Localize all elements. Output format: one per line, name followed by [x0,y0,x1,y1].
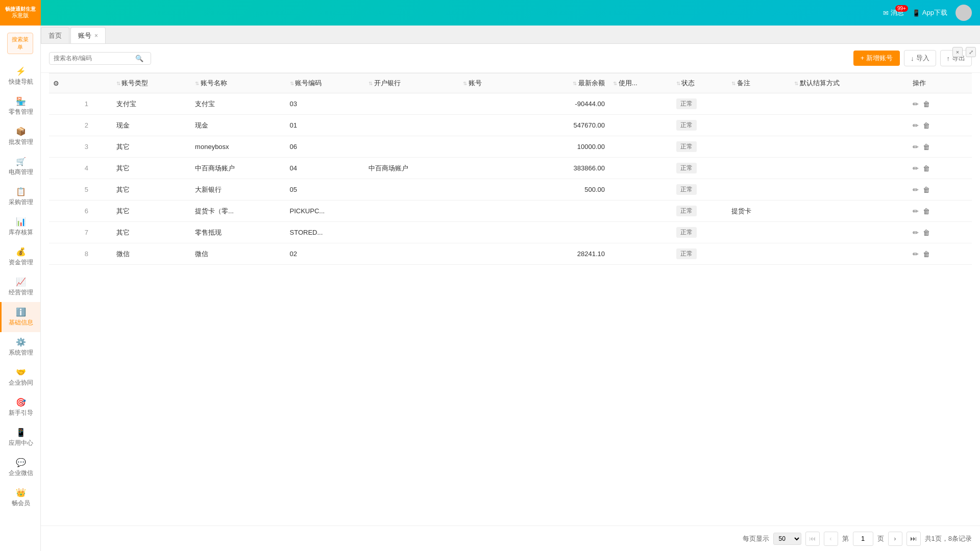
col-balance-header[interactable]: ⇅ 最新余额 [522,73,609,93]
row-status: 正常 [672,179,727,201]
search-menu-btn[interactable]: 搜索菜单 [0,26,40,61]
page-number-input[interactable] [853,532,873,546]
row-account [459,243,522,265]
col-usage-header[interactable]: ⇅ 使用... [609,73,672,93]
delete-btn[interactable]: 🗑 [923,164,930,172]
row-gear [49,93,81,115]
page-last-btn[interactable]: ⏭ [906,532,921,546]
row-note [727,93,791,115]
sidebar-item-retail[interactable]: 🏪 零售管理 [0,91,40,121]
delete-btn[interactable]: 🗑 [923,143,930,151]
row-type: 其它 [112,136,191,158]
page-prev-btn[interactable]: ‹ [824,532,838,546]
row-code: 06 [286,136,365,158]
delete-btn[interactable]: 🗑 [923,250,930,258]
close-window-btn[interactable]: × [952,47,963,57]
row-bank [364,222,459,243]
row-account [459,201,522,222]
delete-btn[interactable]: 🗑 [923,229,930,237]
quick-nav-label: 快捷导航 [9,78,33,86]
edit-btn[interactable]: ✏ [913,143,919,151]
col-account-header[interactable]: ⇅ 账号 [459,73,522,93]
sidebar-item-company-wechat[interactable]: 💬 企业微信 [0,453,40,483]
delete-btn[interactable]: 🗑 [923,207,930,215]
row-name: 提货卡（零... [191,201,285,222]
sort-icon-code: ⇅ [290,81,296,86]
page-size-select[interactable]: 50 100 [773,533,801,545]
app-center-label: 应用中心 [9,439,33,447]
row-name: 中百商场账户 [191,158,285,179]
user-avatar[interactable] [955,5,972,21]
row-type: 支付宝 [112,93,191,115]
add-account-button[interactable]: + 新增账号 [853,51,900,66]
pagination: 每页显示 50 100 ⏮ ‹ 第 页 › ⏭ 共1页，8条记录 [41,525,980,551]
import-button[interactable]: ↓ 导入 [904,50,936,66]
company-protocol-label: 企业协同 [9,379,33,387]
edit-btn[interactable]: ✏ [913,164,919,172]
quick-nav-icon: ⚡ [16,66,26,76]
tab-home[interactable]: 首页 [41,27,69,43]
delete-btn[interactable]: 🗑 [923,186,930,194]
sidebar-item-quick-nav[interactable]: ⚡ 快捷导航 [0,61,40,91]
sidebar-item-basic-info[interactable]: ℹ️ 基础信息 [0,302,40,332]
row-settlement [790,222,909,243]
col-gear[interactable]: ⚙ [49,73,81,93]
import-label: 导入 [916,54,929,63]
sidebar-item-newbie[interactable]: 🎯 新手引导 [0,392,40,422]
sidebar-item-sys[interactable]: ⚙️ 系统管理 [0,332,40,362]
app-download-button[interactable]: 📱 App下载 [912,8,947,17]
sidebar-item-finance[interactable]: 💰 资金管理 [0,242,40,272]
col-code-header[interactable]: ⇅ 账号编码 [286,73,365,93]
sort-icon-settlement: ⇅ [794,81,800,86]
sidebar-item-wholesale[interactable]: 📦 批发管理 [0,121,40,152]
row-note: 提货卡 [727,201,791,222]
delete-btn[interactable]: 🗑 [923,100,930,108]
sidebar-item-company-protocol[interactable]: 🤝 企业协同 [0,362,40,392]
row-bank [364,179,459,201]
row-settlement [790,179,909,201]
maximize-window-btn[interactable]: ⤢ [966,47,976,57]
row-account [459,115,522,136]
col-settlement-header[interactable]: ⇅ 默认结算方式 [790,73,909,93]
edit-btn[interactable]: ✏ [913,229,919,237]
sort-icon-name: ⇅ [195,81,201,86]
sidebar-item-inventory[interactable]: 📊 库存核算 [0,212,40,242]
col-type-header[interactable]: ⇅ 账号类型 [112,73,191,93]
sidebar-item-vip[interactable]: 👑 畅会员 [0,483,40,513]
wholesale-label: 批发管理 [9,138,33,146]
col-note-header[interactable]: ⇅ 备注 [727,73,791,93]
ops-label: 经营管理 [9,288,33,297]
edit-btn[interactable]: ✏ [913,250,919,258]
search-input[interactable] [54,55,135,62]
col-name-header[interactable]: ⇅ 账号名称 [191,73,285,93]
col-bank-header[interactable]: ⇅ 开户银行 [364,73,459,93]
edit-btn[interactable]: ✏ [913,121,919,130]
search-menu-search[interactable]: 搜索菜单 [7,33,33,54]
delete-btn[interactable]: 🗑 [923,121,930,130]
page-next-btn[interactable]: › [888,532,902,546]
search-box[interactable]: 🔍 [49,52,151,65]
sidebar-item-ecommerce[interactable]: 🛒 电商管理 [0,152,40,182]
col-status-header[interactable]: ⇅ 状态 [672,73,727,93]
top-bar-right: ✉ 消息 99+ 📱 App下载 [883,5,972,21]
sort-icon-note: ⇅ [731,81,737,86]
row-settlement [790,93,909,115]
edit-btn[interactable]: ✏ [913,207,919,215]
row-gear [49,136,81,158]
sidebar-item-app-center[interactable]: 📱 应用中心 [0,422,40,453]
tab-accounts[interactable]: 账号 × [70,27,106,43]
row-action: ✏ 🗑 [909,115,972,136]
page-first-btn[interactable]: ⏮ [805,532,820,546]
row-usage [609,243,672,265]
sidebar-item-purchase[interactable]: 📋 采购管理 [0,182,40,212]
row-settlement [790,158,909,179]
edit-btn[interactable]: ✏ [913,100,919,108]
tab-accounts-close[interactable]: × [94,32,98,39]
row-gear [49,115,81,136]
row-action: ✏ 🗑 [909,158,972,179]
edit-btn[interactable]: ✏ [913,186,919,194]
sidebar-item-ops[interactable]: 📈 经营管理 [0,272,40,302]
row-bank [364,115,459,136]
row-bank [364,93,459,115]
message-button[interactable]: ✉ 消息 99+ [883,8,904,17]
